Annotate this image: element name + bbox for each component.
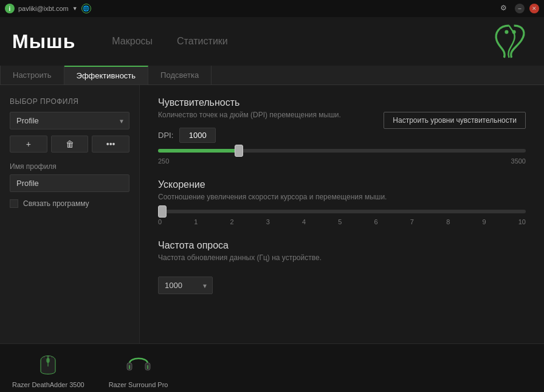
deathadder-icon [33,348,63,379]
polling-select-wrapper: 125 250 500 1000 ▼ [158,277,213,294]
sensitivity-left: Чувствительность Количество точек на дюй… [158,97,341,143]
user-email: pavliki@ixbt.com [18,5,69,12]
profile-select-wrapper: Profile ▼ [10,112,129,129]
polling-section: Частота опроса Частота обновления данных… [158,240,526,294]
accel-label-1: 1 [194,218,198,225]
header-nav: Макросы Статистики [112,36,227,47]
sensitivity-range-labels: 250 3500 [158,157,526,165]
content-area: Чувствительность Количество точек на дюй… [140,85,544,374]
acceleration-desc: Соотношение увеличения скорости курсора … [158,193,526,201]
razer-logo [489,23,532,66]
profile-select[interactable]: Profile [10,112,129,129]
app-header: Мышь Макросы Статистики [0,17,544,66]
surround-name: Razer Surround Pro [109,381,168,388]
sensitivity-top: Чувствительность Количество точек на дюй… [158,97,526,143]
acceleration-slider-track[interactable] [158,210,526,213]
sensitivity-slider-thumb[interactable] [235,145,243,157]
dpi-label: DPI: [158,131,173,140]
title-bar: i pavliki@ixbt.com ▼ 🌐 ⚙ – ✕ [0,0,544,17]
title-bar-left: i pavliki@ixbt.com ▼ 🌐 [5,4,91,13]
tab-lighting[interactable]: Подсветка [148,66,212,84]
minimize-button[interactable]: – [515,4,525,13]
sensitivity-desc: Количество точек на дюйм (DPI) перемещен… [158,111,341,119]
polling-select[interactable]: 125 250 500 1000 [158,277,213,294]
device-bar: Razer DeathAdder 3500 Razer Surround Pro [0,343,544,392]
acceleration-heading: Ускорение [158,179,526,190]
delete-profile-button[interactable]: 🗑 [51,136,89,153]
link-program-label: Связать программу [23,199,89,208]
main-content: Выбор профиля Profile ▼ + 🗑 ••• Имя проф… [0,85,544,374]
profile-name-input[interactable] [10,174,129,192]
more-profile-button[interactable]: ••• [92,136,129,153]
tab-performance[interactable]: Эффективность [64,66,149,84]
accel-label-2: 2 [230,218,234,225]
profile-name-section: Имя профиля [10,162,129,199]
device-deathadder[interactable]: Razer DeathAdder 3500 [12,348,84,388]
tab-bar: Настроить Эффективность Подсветка [0,66,544,85]
sensitivity-section: Чувствительность Количество точек на дюй… [158,97,526,165]
sensitivity-slider[interactable]: 250 3500 [158,149,526,165]
app-title: Мышь [12,30,75,53]
configure-sensitivity-button[interactable]: Настроить уровни чувствительности [384,112,526,129]
accel-label-8: 8 [446,218,450,225]
accel-label-4: 4 [302,218,306,225]
accel-label-3: 3 [266,218,270,225]
settings-icon[interactable]: ⚙ [500,4,510,13]
link-program-row: Связать программу [10,199,129,208]
accel-label-5: 5 [338,218,342,225]
add-profile-button[interactable]: + [10,136,47,153]
dpi-row: DPI: [158,128,341,143]
trash-icon: 🗑 [66,139,74,149]
nav-stats[interactable]: Статистики [177,36,228,47]
acceleration-slider[interactable]: 0 1 2 3 4 5 6 7 8 9 10 [158,210,526,225]
accel-label-9: 9 [482,218,486,225]
deathadder-name: Razer DeathAdder 3500 [12,381,84,388]
acceleration-labels: 0 1 2 3 4 5 6 7 8 9 10 [158,218,526,225]
profile-name-label: Имя профиля [10,162,129,171]
sidebar: Выбор профиля Profile ▼ + 🗑 ••• Имя проф… [0,85,140,374]
accel-label-0: 0 [158,218,162,225]
svg-point-0 [505,31,508,33]
user-avatar: i [5,4,15,13]
polling-heading: Частота опроса [158,240,526,251]
sensitivity-slider-fill [158,149,239,153]
link-program-checkbox[interactable] [10,199,18,208]
device-surround[interactable]: Razer Surround Pro [109,348,168,388]
sensitivity-min-label: 250 [158,157,169,165]
sensitivity-max-label: 3500 [511,157,526,165]
sensitivity-slider-track[interactable] [158,149,526,153]
dpi-input[interactable] [179,128,216,143]
profile-select-label: Выбор профиля [10,97,129,106]
accel-label-10: 10 [518,218,526,225]
user-dropdown-arrow[interactable]: ▼ [72,5,78,12]
acceleration-section: Ускорение Соотношение увеличения скорост… [158,179,526,225]
globe-icon[interactable]: 🌐 [81,4,91,13]
svg-point-3 [46,358,50,363]
close-button[interactable]: ✕ [529,4,539,13]
polling-desc: Частота обновления данных (Гц) на устрой… [158,253,526,262]
svg-point-1 [513,31,515,33]
acceleration-slider-thumb[interactable] [158,205,167,218]
accel-label-7: 7 [410,218,414,225]
accel-label-6: 6 [374,218,378,225]
profile-actions: + 🗑 ••• [10,136,129,153]
tab-configure[interactable]: Настроить [0,66,64,84]
surround-icon [123,348,154,379]
nav-macros[interactable]: Макросы [112,36,153,47]
sensitivity-heading: Чувствительность [158,97,341,108]
